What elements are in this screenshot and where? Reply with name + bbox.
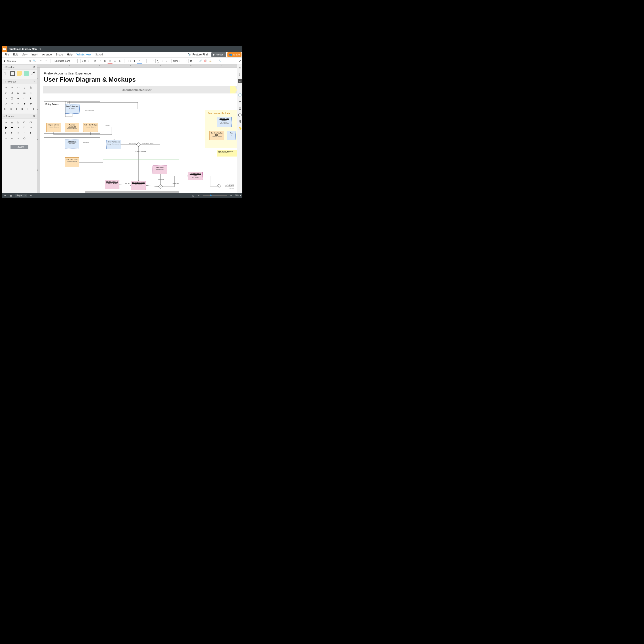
node-australis[interactable]: Australis OnboardingBrowser Chrome xyxy=(65,123,79,132)
menu-help[interactable]: Help xyxy=(65,53,75,56)
section-standard[interactable]: ▾Standard✕ xyxy=(2,64,37,70)
sh-rtri[interactable]: ◺ xyxy=(16,120,21,124)
present-button[interactable]: ▶Present xyxy=(211,52,226,57)
doc-name[interactable]: Customer Journey Map xyxy=(7,48,39,50)
sh-heart[interactable]: ♡ xyxy=(22,125,27,129)
fc-s6[interactable]: ▭ xyxy=(3,96,8,100)
node-abouthome[interactable]: About:HomeIn Content xyxy=(65,140,79,148)
fc-terminator[interactable]: ⬭ xyxy=(16,85,21,89)
bordercolor-button[interactable]: ▢ xyxy=(127,59,132,64)
sh-harrow[interactable]: ⇔ xyxy=(16,131,21,135)
page-selector[interactable]: Page 1▾ xyxy=(15,194,27,197)
fc-s1[interactable]: ▱ xyxy=(3,91,8,95)
linestyle-dropdown[interactable] xyxy=(146,59,155,63)
fc-s21[interactable]: [ xyxy=(31,107,36,111)
sh-rarrow[interactable]: ⇨ xyxy=(28,125,33,129)
node-manage[interactable]: Manage Sync SettingsIn Content about:acc… xyxy=(217,117,232,127)
node-abo[interactable]: AboIn xyxy=(227,131,236,140)
fc-s9[interactable]: ▱ xyxy=(22,96,27,100)
scrollbar-horizontal[interactable] xyxy=(85,191,179,193)
present-icon[interactable]: ▭ xyxy=(238,86,242,90)
close-icon[interactable]: ✕ xyxy=(33,115,35,118)
grid-view-icon[interactable]: ▦ xyxy=(9,193,13,197)
menu-insert[interactable]: Insert xyxy=(30,53,40,56)
sh-hex[interactable]: ⬡ xyxy=(28,120,33,124)
menu-whatsnew[interactable]: What's New xyxy=(74,53,93,56)
magnet-button[interactable]: 🧲 xyxy=(203,59,208,64)
sh-oct[interactable]: ⯃ xyxy=(3,125,8,129)
sh-callout[interactable]: ⮕ xyxy=(3,136,8,140)
swap-button[interactable]: ⇄ xyxy=(189,59,193,64)
sh-star[interactable]: ☆ xyxy=(16,136,21,140)
menu-view[interactable]: View xyxy=(20,53,30,56)
add-shapes-button[interactable]: + Shapes xyxy=(11,145,28,149)
sh-circle[interactable]: ○ xyxy=(9,136,14,140)
node-oldsync[interactable]: Old Sync Toolbar IconBrowser Chrome xyxy=(209,131,224,140)
menu-arrange[interactable]: Arrange xyxy=(40,53,54,56)
sh-harrow2[interactable]: ⇔ xyxy=(22,131,27,135)
undo-button[interactable]: ↶ xyxy=(38,59,43,64)
fc-s12[interactable]: ▽ xyxy=(9,102,14,106)
feature-find[interactable]: 🔭Feature Find xyxy=(188,53,208,56)
fontsize-dropdown[interactable]: 8 pt xyxy=(80,59,90,63)
close-icon[interactable]: ✕ xyxy=(33,80,35,83)
search-icon[interactable]: 🔍 xyxy=(32,59,37,64)
fc-s18[interactable]: } xyxy=(14,107,19,111)
node-tools[interactable]: Tools › Set Up SyncBrowser Chrome xyxy=(83,123,98,132)
fc-s4[interactable]: ▭ xyxy=(22,91,27,95)
text-tool[interactable]: T xyxy=(3,71,8,76)
node-hello[interactable]: Hello Entry PointsBrowser Chrome xyxy=(65,157,79,167)
list-view-icon[interactable]: ☰ xyxy=(3,193,7,197)
fc-s13[interactable]: ○ xyxy=(16,102,21,106)
slides-icon[interactable]: ▪▪ xyxy=(238,79,242,83)
image-icon[interactable]: 🖼 xyxy=(27,59,32,64)
comment-icon[interactable]: 💬 xyxy=(238,113,242,117)
section-flowchart[interactable]: ▾Flowchart✕ xyxy=(2,79,37,84)
menu-edit[interactable]: Edit xyxy=(11,53,20,56)
fc-s10[interactable]: ◗ xyxy=(28,96,33,100)
fc-s15[interactable]: ⊗ xyxy=(28,102,33,106)
menu-file[interactable]: File xyxy=(3,53,11,56)
textformat-button[interactable]: T▾ xyxy=(117,59,122,64)
zoom-out-button[interactable]: − xyxy=(197,193,201,197)
font-dropdown[interactable]: Liberation Sans xyxy=(53,59,78,63)
fc-s5[interactable]: ⬯ xyxy=(28,91,33,95)
fc-s20[interactable]: { xyxy=(26,107,30,111)
fill-dropdown[interactable]: None xyxy=(172,59,181,63)
canvas[interactable]: Firefox Accounts User Experience User Fl… xyxy=(40,68,237,193)
fc-s19[interactable]: ≡ xyxy=(20,107,24,111)
fc-decision[interactable]: ◇ xyxy=(9,85,14,89)
expand-canvas-button[interactable]: ⤢ xyxy=(237,58,242,64)
link-button[interactable]: 🔗 xyxy=(198,59,203,64)
page2-icon[interactable]: ⬓ xyxy=(238,106,242,110)
folder-icon[interactable] xyxy=(2,46,7,52)
wrench-button[interactable]: 🔧 xyxy=(218,59,222,64)
bold-button[interactable]: B xyxy=(93,59,98,64)
fc-s16[interactable]: ⬠ xyxy=(3,107,7,111)
magic-icon[interactable]: ✨ xyxy=(238,127,242,130)
sh-plus[interactable]: ✚ xyxy=(9,125,14,129)
close-icon[interactable]: ✕ xyxy=(33,66,35,68)
data-icon[interactable]: 🗄 xyxy=(238,120,242,123)
align-button[interactable]: ≡ xyxy=(112,59,117,64)
node-signin[interactable]: Sign in to SyncBrowser Chrome xyxy=(46,123,61,132)
target-icon[interactable]: ◎ xyxy=(191,193,195,197)
fc-s14[interactable]: ⊕ xyxy=(22,102,27,106)
history-icon[interactable]: 🕘 xyxy=(238,93,242,97)
block-shape[interactable] xyxy=(23,71,29,76)
fc-s3[interactable]: ⬡ xyxy=(16,91,21,95)
layers-icon[interactable]: ❖ xyxy=(238,100,242,103)
sh-darrow[interactable]: ⇩ xyxy=(3,131,8,135)
fc-s17[interactable]: ⬡ xyxy=(9,107,13,111)
decision-if-coppa[interactable]: if xyxy=(158,184,163,189)
node-sorry[interactable]: Sorry KiddoWeb Hosted xyxy=(153,165,167,174)
node-sync-prefs-1[interactable]: Sync PreferencesIn Content xyxy=(65,104,80,114)
gear-icon[interactable]: ✥ xyxy=(4,59,6,62)
sh-rect[interactable]: ▭ xyxy=(3,120,8,124)
redo-button[interactable]: ↷ xyxy=(43,59,48,64)
sh-larrow[interactable]: ⇦ xyxy=(9,131,14,135)
fc-s8[interactable]: ⬰ xyxy=(16,96,21,100)
line-tool[interactable] xyxy=(30,71,36,76)
sh-tri[interactable]: △ xyxy=(9,120,14,124)
fc-process[interactable]: ▭ xyxy=(3,85,8,89)
